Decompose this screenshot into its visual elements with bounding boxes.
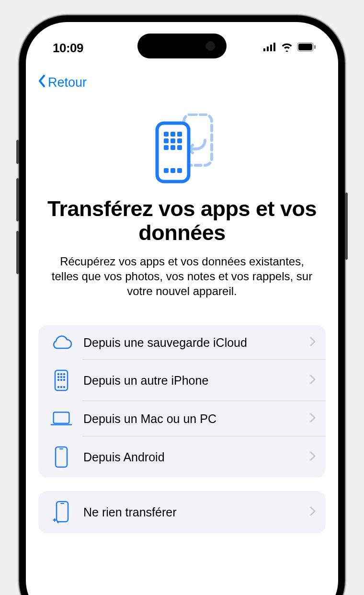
dynamic-island [137,34,227,58]
svg-rect-25 [57,376,59,378]
svg-rect-11 [177,132,182,137]
svg-rect-22 [57,373,59,375]
svg-rect-33 [63,386,65,388]
svg-rect-28 [57,379,59,381]
phone-frame: 10:09 Retour [19,15,345,595]
nav-bar: Retour [26,60,338,96]
svg-rect-19 [171,168,175,173]
svg-rect-2 [270,45,272,51]
option-label: Depuis un autre iPhone [83,374,299,388]
chevron-right-icon [309,506,316,518]
svg-rect-3 [273,43,275,51]
svg-rect-35 [56,447,67,467]
svg-rect-30 [63,379,65,381]
phone-sparkle-icon [50,501,73,524]
svg-rect-37 [57,502,68,522]
iphone-icon [50,369,73,391]
svg-rect-13 [171,138,175,143]
svg-rect-10 [171,132,175,137]
option-icloud-backup[interactable]: Depuis une sauvegarde iCloud [38,325,326,360]
svg-rect-1 [267,46,269,51]
svg-rect-6 [314,45,316,49]
svg-rect-34 [54,412,69,423]
transfer-hero-icon [43,114,321,185]
svg-rect-9 [164,132,169,137]
svg-rect-20 [177,168,182,173]
power-button [345,193,348,260]
svg-rect-27 [63,376,65,378]
battery-icon [297,42,316,54]
cloud-icon [50,335,73,350]
svg-rect-16 [171,145,175,150]
option-label: Ne rien transférer [83,505,299,519]
option-label: Depuis une sauvegarde iCloud [83,336,299,350]
secondary-options-list: Ne rien transférer [38,491,326,533]
option-transfer-nothing[interactable]: Ne rien transférer [38,491,326,533]
option-mac-or-pc[interactable]: Depuis un Mac ou un PC [38,401,326,436]
transfer-options-list: Depuis une sauvegarde iCloud Depuis un a… [38,325,326,478]
status-indicators [263,42,316,54]
phone-outline-icon [50,446,73,468]
svg-rect-5 [298,44,312,50]
chevron-right-icon [309,336,316,349]
status-time: 10:09 [53,41,83,56]
svg-rect-17 [177,145,182,150]
svg-rect-18 [164,168,169,173]
laptop-icon [50,411,73,427]
volume-up-button [16,178,19,221]
content: Transférez vos apps et vos données Récup… [26,96,338,298]
option-android[interactable]: Depuis Android [38,436,326,478]
option-another-iphone[interactable]: Depuis un autre iPhone [38,360,326,401]
svg-rect-31 [57,386,59,388]
svg-rect-12 [164,138,169,143]
chevron-right-icon [309,374,316,387]
svg-rect-24 [63,373,65,375]
chevron-left-icon [37,74,47,92]
chevron-right-icon [309,451,316,463]
wifi-icon [281,42,293,54]
svg-rect-14 [177,138,182,143]
volume-down-button [16,231,19,274]
cellular-icon [263,43,277,53]
svg-rect-15 [164,145,169,150]
page-subtitle: Récupérez vos apps et vos données exista… [43,254,321,299]
page-title: Transférez vos apps et vos données [43,197,321,245]
svg-rect-26 [60,376,62,378]
back-label: Retour [48,75,87,90]
svg-rect-32 [60,386,62,388]
svg-rect-0 [263,48,265,51]
option-label: Depuis Android [83,450,299,464]
svg-rect-23 [60,373,62,375]
back-button[interactable]: Retour [37,74,87,92]
svg-rect-29 [60,379,62,381]
option-label: Depuis un Mac ou un PC [83,412,299,426]
chevron-right-icon [309,412,316,425]
silence-switch [16,140,19,164]
screen: 10:09 Retour [26,22,338,595]
